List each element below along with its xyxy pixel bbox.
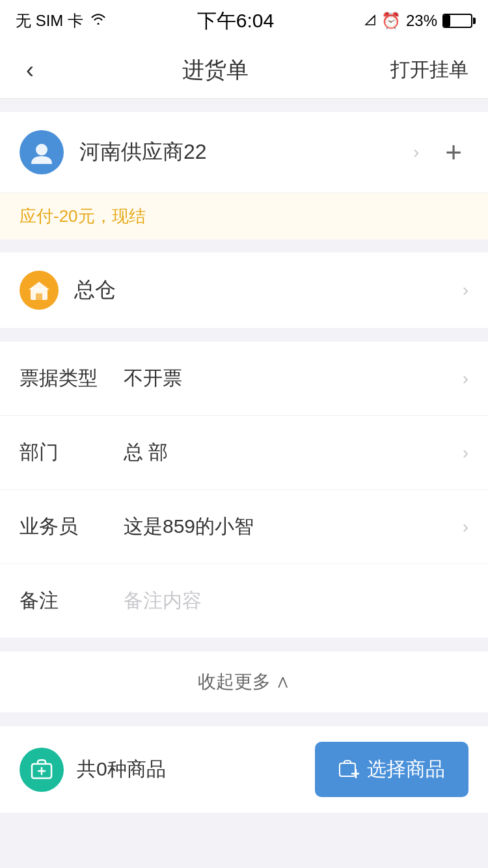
status-right: ⏰ 23% bbox=[364, 12, 472, 30]
salesperson-label: 业务员 bbox=[20, 513, 98, 540]
invoice-chevron-icon: › bbox=[463, 368, 468, 389]
supplier-row[interactable]: 河南供应商22 › + bbox=[0, 112, 488, 193]
collapse-button[interactable]: 收起更多 ∧ bbox=[0, 651, 488, 712]
collapse-label: 收起更多 ∧ bbox=[198, 670, 291, 694]
bottom-bar: 共0种商品 选择商品 bbox=[0, 726, 488, 813]
dept-value: 总 部 bbox=[98, 439, 463, 466]
form-section: 票据类型 不开票 › 部门 总 部 › 业务员 这是859的小智 › 备注 备注… bbox=[0, 342, 488, 638]
carrier-text: 无 SIM 卡 bbox=[16, 10, 83, 31]
product-count: 共0种商品 bbox=[77, 756, 315, 783]
supplier-name: 河南供应商22 bbox=[79, 138, 413, 167]
salesperson-row[interactable]: 业务员 这是859的小智 › bbox=[0, 490, 488, 564]
select-product-button[interactable]: 选择商品 bbox=[315, 742, 468, 797]
battery-percentage: 23% bbox=[406, 12, 437, 30]
status-time: 下午6:04 bbox=[197, 8, 274, 34]
warehouse-chevron-icon: › bbox=[463, 280, 468, 301]
nav-bar: ‹ 进货单 打开挂单 bbox=[0, 42, 488, 99]
svg-point-2 bbox=[36, 144, 47, 156]
warehouse-name: 总仓 bbox=[74, 276, 463, 305]
wifi-icon bbox=[90, 12, 107, 29]
supplier-avatar bbox=[20, 130, 64, 174]
svg-marker-4 bbox=[29, 282, 49, 290]
warehouse-icon bbox=[20, 271, 59, 310]
svg-line-1 bbox=[370, 16, 375, 21]
select-product-label: 选择商品 bbox=[367, 756, 445, 783]
invoice-label: 票据类型 bbox=[20, 365, 98, 392]
supplier-section: 河南供应商22 › + 应付-20元，现结 bbox=[0, 112, 488, 239]
back-button[interactable]: ‹ bbox=[20, 50, 40, 90]
status-left: 无 SIM 卡 bbox=[16, 10, 107, 31]
dept-row[interactable]: 部门 总 部 › bbox=[0, 416, 488, 490]
open-pending-button[interactable]: 打开挂单 bbox=[390, 57, 468, 83]
page-title: 进货单 bbox=[182, 55, 249, 85]
svg-rect-5 bbox=[36, 293, 42, 300]
invoice-value: 不开票 bbox=[98, 365, 463, 392]
add-supplier-button[interactable]: + bbox=[439, 138, 468, 167]
remark-input[interactable]: 备注内容 bbox=[98, 588, 468, 614]
location-icon bbox=[364, 12, 376, 30]
status-bar: 无 SIM 卡 下午6:04 ⏰ 23% bbox=[0, 0, 488, 42]
product-icon bbox=[20, 748, 64, 792]
battery-icon bbox=[442, 14, 472, 28]
invoice-row[interactable]: 票据类型 不开票 › bbox=[0, 342, 488, 416]
dept-chevron-icon: › bbox=[463, 442, 468, 463]
supplier-notice: 应付-20元，现结 bbox=[0, 193, 488, 239]
salesperson-value: 这是859的小智 bbox=[98, 513, 463, 540]
warehouse-section[interactable]: 总仓 › bbox=[0, 252, 488, 329]
remark-row[interactable]: 备注 备注内容 bbox=[0, 564, 488, 638]
supplier-chevron-icon: › bbox=[413, 142, 419, 163]
salesperson-chevron-icon: › bbox=[463, 517, 468, 537]
remark-label: 备注 bbox=[20, 588, 98, 614]
divider-top bbox=[0, 99, 488, 112]
dept-label: 部门 bbox=[20, 439, 98, 466]
alarm-icon: ⏰ bbox=[381, 12, 401, 30]
